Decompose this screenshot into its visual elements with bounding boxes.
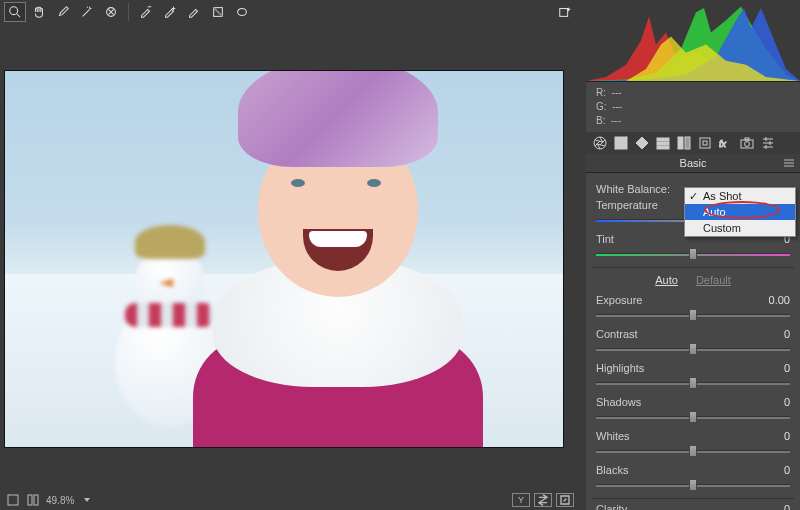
auto-link[interactable]: Auto <box>655 274 678 286</box>
svg-rect-17 <box>703 141 707 145</box>
image-canvas[interactable] <box>4 70 564 448</box>
split-tab-icon[interactable] <box>674 134 694 152</box>
exposure-label: Exposure <box>596 294 676 306</box>
contrast-slider[interactable] <box>596 342 790 356</box>
rgb-readout: R: --- G: --- B: --- <box>586 82 800 132</box>
wb-option-as-shot[interactable]: ✓As Shot <box>685 188 795 204</box>
whites-value[interactable]: 0 <box>750 430 790 442</box>
compare-toggle-icon[interactable] <box>26 493 40 507</box>
blacks-label: Blacks <box>596 464 676 476</box>
svg-rect-7 <box>28 495 32 505</box>
b-value: --- <box>611 115 621 126</box>
blacks-slider[interactable] <box>596 478 790 492</box>
brush-minus-icon[interactable] <box>135 2 157 22</box>
fx-tab-icon[interactable]: fx <box>716 134 736 152</box>
girl-subject <box>163 70 503 447</box>
blacks-value[interactable]: 0 <box>750 464 790 476</box>
svg-rect-11 <box>657 138 669 141</box>
contrast-label: Contrast <box>596 328 676 340</box>
gradient-tool-icon[interactable] <box>207 2 229 22</box>
panel-tabs: fx <box>586 132 800 154</box>
eyedropper-tool-icon[interactable] <box>52 2 74 22</box>
white-balance-dropdown[interactable]: ✓As Shot Auto Custom <box>684 187 796 237</box>
panel-menu-icon[interactable] <box>782 157 796 169</box>
svg-point-20 <box>745 142 750 147</box>
wb-option-auto[interactable]: Auto <box>685 204 795 220</box>
svg-point-0 <box>10 7 18 15</box>
exposure-slider[interactable] <box>596 308 790 322</box>
aperture-tab-icon[interactable] <box>590 134 610 152</box>
r-value: --- <box>612 87 622 98</box>
zoom-level[interactable]: 49.8% <box>46 495 74 506</box>
erase-tool-icon[interactable] <box>183 2 205 22</box>
white-balance-label: White Balance: <box>596 183 676 195</box>
svg-text:fx: fx <box>719 139 727 149</box>
svg-rect-16 <box>700 138 710 148</box>
whites-label: Whites <box>596 430 676 442</box>
shadows-label: Shadows <box>596 396 676 408</box>
tint-label: Tint <box>596 233 676 245</box>
g-value: --- <box>612 101 622 112</box>
highlights-slider[interactable] <box>596 376 790 390</box>
exposure-value[interactable]: 0.00 <box>750 294 790 306</box>
copy-settings-icon[interactable] <box>556 493 574 507</box>
svg-line-1 <box>17 14 21 18</box>
panel-title: Basic <box>680 157 707 169</box>
detail-tab-icon[interactable] <box>632 134 652 152</box>
svg-rect-8 <box>34 495 38 505</box>
lens-tab-icon[interactable] <box>695 134 715 152</box>
highlights-value[interactable]: 0 <box>750 362 790 374</box>
curve-tab-icon[interactable] <box>611 134 631 152</box>
svg-rect-13 <box>657 146 669 149</box>
svg-point-4 <box>238 9 247 16</box>
highlights-label: Highlights <box>596 362 676 374</box>
hand-tool-icon[interactable] <box>28 2 50 22</box>
temperature-label: Temperature <box>596 199 676 211</box>
presets-tab-icon[interactable] <box>758 134 778 152</box>
default-link[interactable]: Default <box>696 274 731 286</box>
grid-toggle-icon[interactable] <box>6 493 20 507</box>
panel-title-bar: Basic <box>586 154 800 173</box>
contrast-value[interactable]: 0 <box>750 328 790 340</box>
g-label: G: <box>596 101 607 112</box>
status-bar: 49.8% Y <box>0 490 580 510</box>
svg-point-9 <box>594 137 606 149</box>
clarity-label: Clarity <box>596 503 676 510</box>
tint-slider[interactable] <box>596 247 790 261</box>
swap-icon[interactable] <box>534 493 552 507</box>
svg-rect-6 <box>8 495 18 505</box>
histogram[interactable] <box>586 0 800 82</box>
wand-tool-icon[interactable] <box>76 2 98 22</box>
zoom-dropdown-icon[interactable] <box>84 498 90 502</box>
shadows-value[interactable]: 0 <box>750 396 790 408</box>
top-toolbar <box>0 0 580 24</box>
svg-rect-5 <box>560 9 568 17</box>
add-preset-icon[interactable] <box>554 2 576 22</box>
camera-tab-icon[interactable] <box>737 134 757 152</box>
zoom-tool-icon[interactable] <box>4 2 26 22</box>
clarity-value[interactable]: 0 <box>750 503 790 510</box>
toolbar-separator <box>128 3 129 21</box>
svg-rect-21 <box>745 138 749 140</box>
hsl-tab-icon[interactable] <box>653 134 673 152</box>
svg-rect-15 <box>685 137 690 149</box>
wb-option-custom[interactable]: Custom <box>685 220 795 236</box>
heal-tool-icon[interactable] <box>100 2 122 22</box>
panel-body: White Balance: ✓As Shot Auto Custom Temp… <box>586 173 800 510</box>
ellipse-tool-icon[interactable] <box>231 2 253 22</box>
svg-rect-14 <box>678 137 683 149</box>
b-label: B: <box>596 115 605 126</box>
right-panel: R: --- G: --- B: --- fx Basic White Bala… <box>586 0 800 510</box>
r-label: R: <box>596 87 606 98</box>
whites-slider[interactable] <box>596 444 790 458</box>
svg-rect-12 <box>657 142 669 145</box>
brush-plus-icon[interactable] <box>159 2 181 22</box>
before-after-y-icon[interactable]: Y <box>512 493 530 507</box>
shadows-slider[interactable] <box>596 410 790 424</box>
